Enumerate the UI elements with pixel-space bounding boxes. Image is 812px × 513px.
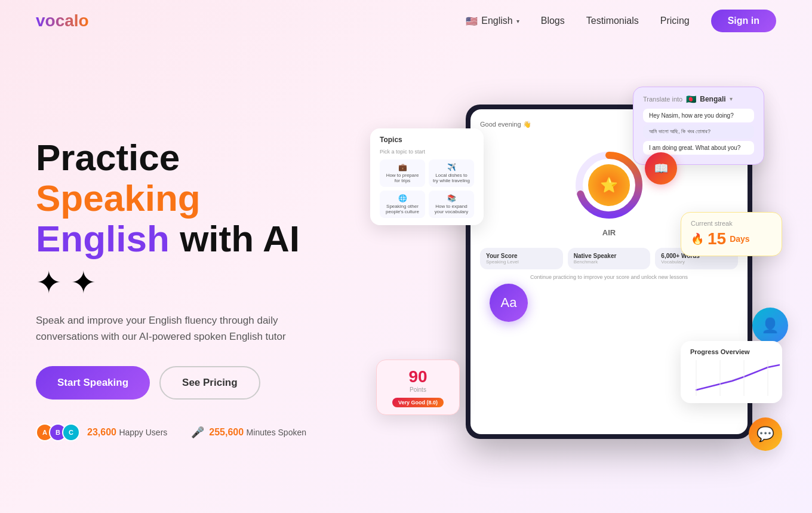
translate-lang-label: Bengali	[700, 95, 725, 103]
minutes-label: Minutes Spoken	[247, 428, 306, 437]
nav-links: 🇺🇸 English ▾ Blogs Testimonials Pricing …	[466, 10, 776, 32]
nav-pricing[interactable]: Pricing	[660, 16, 690, 26]
topics-grid: 💼How to prepare for trips ✈️Local dishes…	[380, 159, 474, 218]
microphone-icon: 🎤	[191, 426, 204, 439]
stat-minutes: 🎤 255,600 Minutes Spoken	[191, 426, 306, 439]
nav-blogs[interactable]: Blogs	[541, 16, 565, 26]
star-icon: ⭐	[600, 177, 618, 193]
hero-description: Speak and improve your English fluency t…	[36, 312, 310, 345]
grammar-pill: Aa	[490, 284, 528, 322]
progress-card: Progress Overview	[681, 341, 782, 403]
topic-1[interactable]: 💼How to prepare for trips	[380, 159, 425, 187]
hero-title-dark: with AI	[170, 218, 300, 259]
start-speaking-button[interactable]: Start Speaking	[36, 366, 150, 400]
user-avatar-icon: 👤	[761, 317, 779, 334]
progress-chart	[690, 360, 773, 396]
topics-card: Topics Pick a topic to start 💼How to pre…	[370, 128, 484, 225]
hero-content: Practice Speaking English with AI ✦ ✦ Sp…	[36, 137, 346, 441]
hero-title-purple: English	[36, 218, 170, 259]
topic-2[interactable]: ✈️Local dishes to try while traveling	[429, 159, 474, 187]
users-label: Happy Users	[119, 428, 167, 437]
nav-testimonials[interactable]: Testimonials	[586, 16, 639, 26]
stat-minutes-info: 255,600 Minutes Spoken	[209, 427, 306, 438]
streak-number: 15	[708, 229, 726, 248]
points-badge: Very Good (8.0)	[392, 398, 444, 407]
chevron-icon: ▾	[730, 96, 733, 102]
translate-card: Translate into 🇧🇩 Bengali ▾ Hey Nasim, h…	[633, 87, 764, 165]
flag-icon: 🇺🇸	[466, 16, 478, 27]
speaker-1: Your Score Speaking Level	[480, 248, 563, 269]
topics-title: Topics	[380, 136, 474, 144]
translate-flag-icon: 🇧🇩	[686, 94, 696, 104]
user-avatar-card: 👤	[752, 308, 788, 343]
topics-subtitle: Pick a topic to start	[380, 149, 474, 155]
logo[interactable]: vocalo	[36, 11, 89, 30]
hero-stats: A B C 23,600 Happy Users 🎤 255,600 Minut…	[36, 423, 346, 441]
users-count: 23,600	[87, 427, 116, 437]
stat-avatars: A B C	[36, 423, 80, 441]
progress-title: Progress Overview	[690, 348, 773, 355]
points-card: 90 Points Very Good (8.0)	[376, 360, 460, 415]
points-number: 90	[386, 367, 450, 386]
minutes-count: 255,600	[209, 427, 244, 437]
book-pill: 📖	[645, 152, 677, 185]
navbar: vocalo 🇺🇸 English ▾ Blogs Testimonials P…	[0, 0, 812, 42]
points-label: Points	[386, 386, 450, 393]
language-selector[interactable]: 🇺🇸 English ▾	[466, 16, 519, 27]
chat-icon-card[interactable]: 💬	[749, 417, 782, 451]
sparkle-icon: ✦ ✦	[36, 265, 346, 300]
stat-users: A B C 23,600 Happy Users	[36, 423, 167, 441]
hero-title-line3: English with AI	[36, 219, 346, 259]
tablet-user-info: Good evening 👋	[480, 121, 531, 128]
streak-unit: Days	[730, 234, 749, 244]
streak-card: Current streak 🔥 15 Days	[681, 212, 782, 256]
hero-title-line2: Speaking	[36, 178, 346, 219]
tablet-footer: Continue practicing to improve your scor…	[480, 274, 738, 280]
hero-title-line1: Practice	[36, 137, 346, 178]
see-pricing-button[interactable]: See Pricing	[159, 366, 260, 400]
chevron-down-icon: ▾	[516, 18, 519, 24]
speaker-2: Native Speaker Benchmark	[568, 248, 651, 269]
chat-icon: 💬	[756, 426, 774, 443]
hero-section: Practice Speaking English with AI ✦ ✦ Sp…	[0, 42, 812, 513]
topic-4[interactable]: 📚How to expand your vocabulary	[429, 191, 474, 218]
streak-title: Current streak	[691, 220, 772, 227]
avatar-3: C	[62, 423, 80, 441]
score-inner: ⭐	[588, 164, 630, 206]
signin-button[interactable]: Sign in	[711, 10, 776, 32]
topic-3[interactable]: 🌐Speaking other people's culture	[380, 191, 425, 218]
hero-illustration: Good evening 👋 AI Coach	[358, 93, 776, 487]
translate-header: Translate into 🇧🇩 Bengali ▾	[643, 94, 754, 104]
language-label: English	[481, 16, 512, 26]
grammar-icon: Aa	[501, 295, 517, 311]
chat-msg-2: আমি ভালো আছি, কি খবর তোমার?	[643, 125, 754, 139]
chat-msg-1: Hey Nasim, how are you doing?	[643, 109, 754, 122]
book-icon: 📖	[654, 161, 669, 176]
flame-icon: 🔥	[691, 232, 704, 245]
hero-buttons: Start Speaking See Pricing	[36, 366, 346, 400]
stat-users-info: 23,600 Happy Users	[87, 427, 167, 438]
